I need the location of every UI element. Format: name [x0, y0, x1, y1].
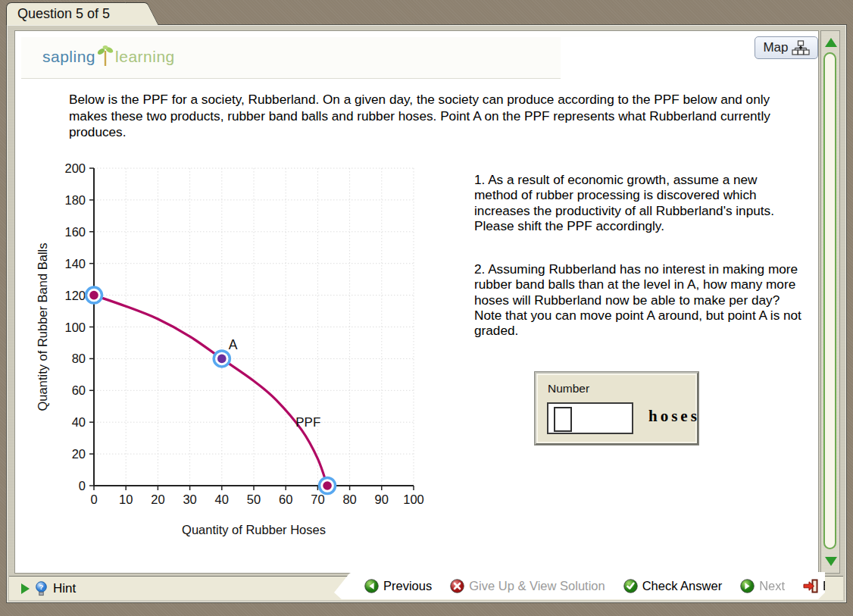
instruction-item-2: 2. Assuming Rubberland has no interest i… [474, 261, 809, 338]
sapling-learning-logo: sapling learning [42, 45, 175, 66]
svg-text:50: 50 [247, 492, 261, 506]
svg-text:90: 90 [375, 492, 389, 506]
svg-text:200: 200 [64, 161, 86, 175]
svg-text:100: 100 [64, 321, 86, 334]
svg-text:160: 160 [64, 225, 86, 239]
instruction-item-1: 1. As a result of economic growth, assum… [474, 172, 798, 233]
logo-word-sapling: sapling [42, 48, 95, 66]
scroll-up-arrow-icon[interactable] [825, 38, 837, 47]
number-input[interactable] [548, 404, 632, 433]
previous-button[interactable]: Previous [364, 579, 432, 593]
answer-panel-label: Number [548, 382, 589, 396]
vertical-scrollbar[interactable] [820, 30, 840, 574]
ppf-chart-svg: 0102030405060708090100020406080100120140… [35, 160, 429, 554]
svg-text:120: 120 [64, 289, 86, 302]
red-x-icon [450, 579, 464, 593]
main-window-frame: sapling learning Map Below i [6, 24, 847, 603]
hint-label: Hint [53, 581, 76, 596]
svg-text:30: 30 [183, 492, 196, 506]
nav-button-label: Next [759, 579, 785, 593]
svg-text:10: 10 [119, 492, 133, 506]
chart-endpoint[interactable] [320, 478, 336, 494]
number-input-box[interactable] [547, 402, 633, 434]
svg-text:Quantity of Rubber Band Balls: Quantity of Rubber Band Balls [36, 243, 49, 411]
give-up-view-solution-button[interactable]: Give Up & View Solution [450, 579, 605, 593]
chart-endpoint[interactable] [86, 287, 102, 303]
svg-text:180: 180 [64, 193, 86, 207]
hint-button[interactable]: ? Hint [21, 581, 76, 596]
chart-point-A[interactable] [214, 351, 230, 367]
svg-text:60: 60 [72, 383, 86, 397]
content-area: sapling learning Map Below i [14, 30, 819, 574]
nav-button-label: Previous [383, 579, 432, 593]
svg-text:0: 0 [90, 492, 97, 506]
sitemap-icon [792, 40, 810, 55]
svg-text:?: ? [39, 582, 44, 590]
ppf-chart[interactable]: 0102030405060708090100020406080100120140… [35, 160, 429, 554]
chart-annotation: PPF [295, 415, 320, 430]
ppf-curve[interactable] [94, 295, 327, 486]
svg-text:Quantity of Rubber Hoses: Quantity of Rubber Hoses [182, 523, 326, 536]
navigation-tray: Previous Give Up & View Solution Check A… [334, 572, 825, 599]
question-tab[interactable]: Question 5 of 5 [6, 2, 141, 25]
svg-text:140: 140 [64, 257, 86, 270]
question-tab-label: Question 5 of 5 [17, 6, 110, 22]
svg-text:40: 40 [215, 492, 229, 506]
svg-text:0: 0 [79, 479, 86, 492]
green-check-icon [623, 579, 638, 593]
hint-lightbulb-icon: ? [35, 581, 48, 596]
check-answer-button[interactable]: Check Answer [623, 579, 722, 593]
green-arrow-left-icon [364, 579, 379, 593]
green-arrow-right-icon [740, 579, 755, 593]
logo-word-learning: learning [115, 48, 175, 66]
map-button[interactable]: Map [755, 36, 818, 59]
header-strip: sapling learning [21, 37, 561, 79]
svg-text:80: 80 [72, 352, 86, 365]
scrollbar-thumb[interactable] [823, 52, 836, 549]
answer-unit-label: hoses [648, 407, 700, 426]
svg-text:20: 20 [151, 492, 164, 506]
sapling-icon [96, 45, 114, 67]
svg-text:100: 100 [403, 492, 424, 506]
nav-button-label: Give Up & View Solution [469, 579, 605, 593]
exit-door-icon [803, 579, 818, 593]
hint-expand-arrow-icon [21, 583, 30, 594]
svg-text:20: 20 [72, 447, 86, 461]
svg-text:70: 70 [311, 492, 324, 506]
map-button-label: Map [763, 40, 788, 55]
svg-text:80: 80 [342, 492, 356, 506]
answer-panel: Number hoses [535, 372, 698, 445]
svg-text:40: 40 [72, 415, 86, 429]
question-text: Below is the PPF for a society, Rubberla… [69, 92, 780, 141]
svg-text:60: 60 [279, 492, 292, 506]
nav-button-label: Check Answer [642, 579, 722, 593]
next-button[interactable]: Next [740, 579, 785, 593]
point-label: A [229, 337, 238, 352]
scroll-down-arrow-icon[interactable] [825, 557, 837, 566]
